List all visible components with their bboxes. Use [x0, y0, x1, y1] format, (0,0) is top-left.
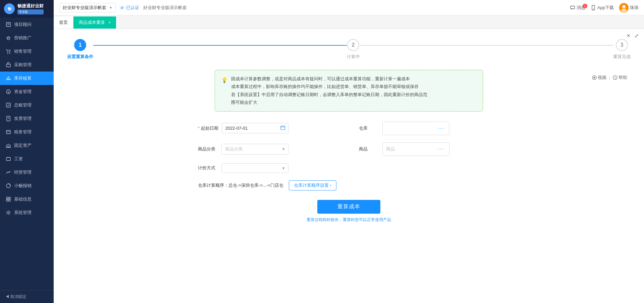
sidebar-item-operation[interactable]: 经营管理	[0, 166, 54, 179]
message-button[interactable]: 消息 1	[570, 5, 585, 11]
svg-rect-19	[6, 158, 10, 161]
warehouse-input[interactable]: ···	[382, 122, 449, 135]
sidebar-item-system[interactable]: 系统管理	[0, 206, 54, 219]
info-box-content: 因成本计算参数调整，或是对商品成本有疑问时，可以通过成本重算功能，重新计算一遍成…	[231, 75, 427, 106]
sidebar-item-project[interactable]: 项目顾问	[0, 18, 54, 31]
product-placeholder: 商品	[386, 146, 395, 152]
submit-hint: 重算过程耗时较长，重算时您可以正常使用产品	[198, 217, 500, 223]
svg-rect-16	[6, 130, 10, 134]
app-logo-icon: 畅	[4, 3, 15, 14]
svg-rect-38	[281, 126, 285, 130]
submit-button[interactable]: 重算成本	[317, 200, 380, 214]
sidebar-label-tax: 税务管理	[14, 129, 32, 135]
svg-rect-25	[6, 200, 8, 201]
sidebar-item-finance[interactable]: ¥ 资金管理	[0, 85, 54, 98]
verified-account-name: 好业财专业版演示帐套	[143, 5, 187, 11]
tab-cost-recalc-label: 商品成本重算	[79, 19, 105, 26]
start-date-label: 起始日期	[198, 125, 218, 131]
svg-rect-5	[7, 38, 9, 40]
pricing-select[interactable]: ▾	[221, 163, 288, 173]
product-field: 商品 商品 ···	[359, 142, 500, 156]
user-avatar-button[interactable]: 珠珠	[619, 3, 639, 12]
sidebar-item-tax[interactable]: 税务管理	[0, 125, 54, 139]
info-line-2: 成本重算过程中，影响库存账的操作均不能操作，比如进货单、销货单、库存单据不能审核…	[231, 83, 427, 90]
tabs-bar: 首页 商品成本重算 ×	[54, 15, 644, 29]
info-line-1: 因成本计算参数调整，或是对商品成本有疑问时，可以通过成本重算功能，重新计算一遍成…	[231, 75, 427, 83]
sidebar-item-purchase[interactable]: 采购管理	[0, 58, 54, 72]
account-dropdown-icon: ▾	[110, 5, 112, 10]
info-box: 💡 因成本计算参数调整，或是对商品成本有疑问时，可以通过成本重算功能，重新计算一…	[215, 70, 483, 112]
sidebar-item-sales[interactable]: 销售管理	[0, 45, 54, 58]
unpin-label: ◀ 取消固定	[5, 294, 26, 300]
salary-icon	[5, 156, 11, 162]
category-placeholder: 商品分类	[225, 146, 243, 152]
svg-point-32	[622, 5, 626, 8]
window-controls: × ⤢	[627, 32, 639, 39]
warehouse-order-btn[interactable]: 仓库计算顺序设置 ›	[289, 180, 336, 190]
svg-rect-23	[6, 197, 8, 199]
operation-icon	[5, 169, 11, 175]
svg-text:畅: 畅	[8, 7, 11, 11]
sidebar-item-inventory[interactable]: 库存核算	[0, 72, 54, 85]
product-label: 商品	[359, 146, 379, 152]
sidebar-item-assets[interactable]: 固定资产	[0, 139, 54, 152]
marketing-icon	[5, 35, 11, 41]
svg-text:¥: ¥	[7, 90, 9, 94]
svg-text:?: ?	[614, 76, 616, 80]
step-label-1: 设置重算条件	[67, 54, 93, 60]
start-date-input[interactable]: 2022-07-01	[222, 123, 289, 133]
app-download-button[interactable]: App下载	[591, 5, 614, 11]
category-field: 商品分类 商品分类 ▾	[198, 144, 339, 155]
topbar-right: 消息 1 App下载 珠珠	[570, 3, 639, 12]
pricing-field: 计价方式 ▾	[198, 163, 339, 173]
sidebar-item-expense[interactable]: 小畅报销	[0, 179, 54, 192]
sidebar-label-invoice: 发票管理	[14, 116, 32, 122]
category-select[interactable]: 商品分类 ▾	[221, 144, 288, 155]
svg-point-6	[7, 52, 8, 53]
svg-point-7	[9, 52, 10, 53]
form-row-3: 计价方式 ▾	[198, 163, 500, 173]
form-row-2: 商品分类 商品分类 ▾ 商品 商品 ···	[198, 142, 500, 156]
sidebar-item-accounting[interactable]: 总账管理	[0, 98, 54, 112]
product-dots: ···	[437, 145, 446, 154]
submit-area: 重算成本 重算过程耗时较长，重算时您可以正常使用产品	[198, 200, 500, 223]
start-date-value: 2022-07-01	[225, 126, 248, 131]
sidebar-label-assets: 固定资产	[14, 142, 32, 148]
step-2: 2 计算中	[347, 39, 360, 60]
expand-window-icon[interactable]: ⤢	[634, 33, 639, 39]
accounting-icon	[5, 102, 11, 108]
warehouse-order-btn-label: 仓库计算顺序设置	[294, 182, 329, 188]
sidebar-item-salary[interactable]: 工资	[0, 152, 54, 166]
video-link[interactable]: 视频	[592, 75, 606, 81]
form-row-1: 起始日期 2022-07-01 仓库 ···	[198, 122, 500, 135]
account-selector[interactable]: 好业财专业版演示帐套 ▾	[59, 3, 116, 12]
close-window-icon[interactable]: ×	[627, 32, 630, 39]
warehouse-dots: ···	[437, 124, 446, 133]
assets-icon	[5, 142, 11, 148]
sidebar-item-basic[interactable]: 基础信息	[0, 192, 54, 206]
verified-text: 已认证	[126, 5, 139, 11]
sidebar-label-sales: 销售管理	[14, 48, 32, 54]
tab-cost-recalc[interactable]: 商品成本重算 ×	[73, 16, 116, 29]
step-line-1-2	[93, 45, 347, 46]
topbar: 好业财专业版演示帐套 ▾ 已认证 好业财专业版演示帐套 消息 1 App下载 珠…	[54, 0, 644, 15]
sidebar-item-invoice[interactable]: 发票管理	[0, 112, 54, 125]
phone-icon	[591, 5, 596, 10]
sidebar-logo: 畅 畅捷通好业财 专业版	[0, 0, 54, 18]
svg-point-33	[621, 9, 627, 12]
svg-rect-28	[571, 6, 575, 9]
unpin-button[interactable]: ◀ 取消固定	[0, 290, 54, 303]
sidebar-item-marketing[interactable]: 营销推广	[0, 31, 54, 45]
verified-badge: 已认证	[120, 5, 139, 11]
invoice-icon	[5, 116, 11, 122]
tab-home[interactable]: 首页	[54, 16, 73, 29]
help-link[interactable]: ? 帮助	[613, 75, 627, 81]
account-name: 好业财专业版演示帐套	[63, 5, 106, 11]
sidebar-label-project: 项目顾问	[14, 21, 32, 28]
tab-close-icon[interactable]: ×	[108, 20, 111, 25]
svg-point-30	[593, 9, 594, 9]
start-date-field: 起始日期 2022-07-01	[198, 123, 339, 133]
inventory-icon	[5, 75, 11, 81]
product-input[interactable]: 商品 ···	[382, 142, 449, 156]
message-badge: 1	[583, 4, 587, 8]
